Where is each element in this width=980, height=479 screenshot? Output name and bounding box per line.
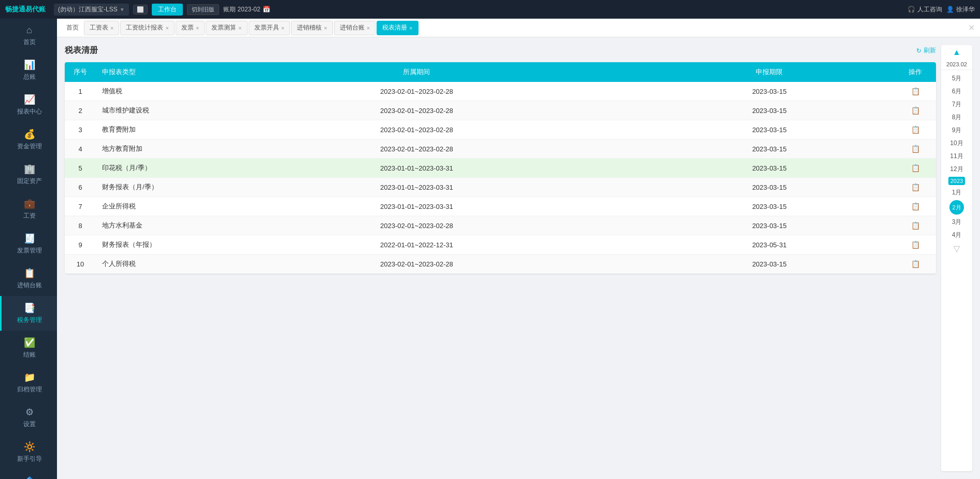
- sidebar-item-settings[interactable]: ⚙ 设置: [0, 400, 57, 435]
- calendar-icon[interactable]: 📅: [263, 6, 270, 13]
- sidebar-item-member[interactable]: 🔷 畅会员: [0, 470, 57, 479]
- action-icon[interactable]: 📋: [911, 106, 920, 115]
- month-item[interactable]: 3月: [946, 216, 967, 229]
- report-icon: 📈: [24, 94, 35, 105]
- tab-label: 进销台账: [340, 23, 365, 32]
- close-all-tabs-button[interactable]: ✕: [968, 23, 975, 33]
- tab-invoice[interactable]: 发票 ×: [176, 21, 205, 35]
- month-item[interactable]: 8月: [946, 111, 967, 124]
- action-icon[interactable]: 📋: [911, 164, 920, 172]
- month-item[interactable]: 5月: [946, 72, 967, 85]
- cell-no: 1: [65, 82, 96, 101]
- month-item[interactable]: 11月: [946, 150, 967, 163]
- month-item[interactable]: 6月: [946, 85, 967, 98]
- sidebar-item-label: 工资: [23, 212, 36, 220]
- company-selector[interactable]: (勿动）江西服宝-LSS ▼: [54, 4, 129, 16]
- copy-button[interactable]: ⬜: [133, 5, 148, 15]
- content-area: 首页 工资表 × 工资统计报表 × 发票 × 发票测算 × 发票开具 ×: [57, 19, 980, 479]
- action-icon[interactable]: 📋: [911, 202, 920, 210]
- action-icon[interactable]: 📋: [911, 221, 920, 230]
- tab-payroll-stats[interactable]: 工资统计报表 ×: [120, 21, 174, 35]
- action-icon[interactable]: 📋: [911, 87, 920, 95]
- sidebar-item-fixed-assets[interactable]: 🏢 固定资产: [0, 157, 57, 192]
- sidebar-item-fund-mgmt[interactable]: 💰 资金管理: [0, 122, 57, 157]
- workbench-button[interactable]: 工作台: [152, 4, 183, 16]
- month-item[interactable]: 10月: [946, 137, 967, 150]
- guide-icon: 🔆: [24, 441, 35, 453]
- tab-close-invoice-open[interactable]: ×: [281, 25, 284, 31]
- tab-purchase-check[interactable]: 进销稽核 ×: [291, 21, 333, 35]
- tab-tax-clear[interactable]: 税表清册 ×: [377, 21, 418, 35]
- panel-up-button[interactable]: ▲: [953, 48, 961, 57]
- sidebar-item-report-center[interactable]: 📈 报表中心: [0, 88, 57, 122]
- cell-period: 2022-01-01~2022-12-31: [189, 235, 644, 255]
- cell-action[interactable]: 📋: [895, 159, 936, 178]
- sidebar-item-label: 首页: [23, 38, 36, 47]
- sidebar-item-label: 结账: [23, 350, 36, 359]
- cell-no: 9: [65, 235, 96, 255]
- cell-deadline: 2023-03-15: [644, 197, 895, 216]
- tab-close-invoice-calc[interactable]: ×: [238, 25, 241, 31]
- month-item[interactable]: 2月: [949, 200, 964, 215]
- panel-down-button[interactable]: ▽: [954, 244, 960, 253]
- table-row: 7 企业所得税 2023-01-01~2023-03-31 2023-03-15…: [65, 197, 936, 216]
- tab-close-purchase-ledger[interactable]: ×: [367, 25, 370, 31]
- cell-type: 地方水利基金: [96, 216, 189, 235]
- headset-icon: 🎧: [907, 6, 915, 13]
- sidebar-item-archive-mgmt[interactable]: 📁 归档管理: [0, 365, 57, 400]
- sidebar-item-newbie-guide[interactable]: 🔆 新手引导: [0, 435, 57, 470]
- action-icon[interactable]: 📋: [911, 145, 920, 153]
- cell-action[interactable]: 📋: [895, 197, 936, 216]
- cell-deadline: 2023-03-15: [644, 255, 895, 274]
- tab-close-purchase-check[interactable]: ×: [324, 25, 327, 31]
- cell-no: 5: [65, 159, 96, 178]
- sidebar-item-general-ledger[interactable]: 📊 总账: [0, 53, 57, 88]
- tab-close-payroll-table[interactable]: ×: [110, 25, 113, 31]
- sidebar-item-payroll[interactable]: 💼 工资: [0, 192, 57, 227]
- tab-close-payroll-stats[interactable]: ×: [165, 25, 168, 31]
- tab-close-tax-clear[interactable]: ×: [409, 25, 412, 31]
- action-icon[interactable]: 📋: [911, 260, 920, 268]
- user-menu[interactable]: 👤 徐泽华: [946, 5, 975, 14]
- cell-action[interactable]: 📋: [895, 139, 936, 159]
- month-item[interactable]: 4月: [946, 229, 967, 242]
- cell-action[interactable]: 📋: [895, 120, 936, 139]
- cell-action[interactable]: 📋: [895, 82, 936, 101]
- cell-action[interactable]: 📋: [895, 255, 936, 274]
- tab-payroll-table[interactable]: 工资表 ×: [84, 21, 119, 35]
- sidebar-item-purchase-ledger[interactable]: 📋 进销台账: [0, 261, 57, 296]
- action-icon[interactable]: 📋: [911, 183, 920, 191]
- main-layout: ⌂ 首页 📊 总账 📈 报表中心 💰 资金管理 🏢 固定资产 💼 工资 🧾 发票…: [0, 19, 980, 479]
- cell-type: 城市维护建设税: [96, 101, 189, 120]
- month-item[interactable]: 1月: [946, 186, 967, 199]
- cell-action[interactable]: 📋: [895, 216, 936, 235]
- cell-type: 地方教育附加: [96, 139, 189, 159]
- cell-deadline: 2023-03-15: [644, 101, 895, 120]
- refresh-button[interactable]: ↻ 刷新: [916, 46, 936, 55]
- sidebar-item-home[interactable]: ⌂ 首页: [0, 19, 57, 53]
- sidebar-item-tax-mgmt[interactable]: 📑 税务管理: [0, 296, 57, 331]
- cell-action[interactable]: 📋: [895, 101, 936, 120]
- tab-label: 工资表: [90, 23, 108, 32]
- col-no: 序号: [65, 62, 96, 82]
- month-item[interactable]: 7月: [946, 98, 967, 111]
- tab-close-invoice[interactable]: ×: [196, 25, 199, 31]
- cell-action[interactable]: 📋: [895, 178, 936, 197]
- tab-home[interactable]: 首页: [62, 23, 83, 32]
- refresh-label: 刷新: [924, 46, 936, 55]
- tab-invoice-open[interactable]: 发票开具 ×: [249, 21, 290, 35]
- action-icon[interactable]: 📋: [911, 241, 920, 249]
- sidebar-item-closing[interactable]: ✅ 结账: [0, 331, 57, 365]
- col-type: 申报表类型: [96, 62, 189, 82]
- sidebar-item-invoice-mgmt[interactable]: 🧾 发票管理: [0, 227, 57, 261]
- month-item[interactable]: 9月: [946, 124, 967, 137]
- action-icon[interactable]: 📋: [911, 125, 920, 134]
- month-item[interactable]: 12月: [946, 163, 967, 176]
- switch-version-button[interactable]: 切到旧版: [187, 4, 219, 15]
- cell-type: 印花税（月/季）: [96, 159, 189, 178]
- tab-purchase-ledger[interactable]: 进销台账 ×: [334, 21, 376, 35]
- page-header: 税表清册 ↻ 刷新: [65, 45, 936, 56]
- tab-invoice-calc[interactable]: 发票测算 ×: [206, 21, 247, 35]
- cell-action[interactable]: 📋: [895, 235, 936, 255]
- ai-consult[interactable]: 🎧 人工咨询: [907, 5, 942, 14]
